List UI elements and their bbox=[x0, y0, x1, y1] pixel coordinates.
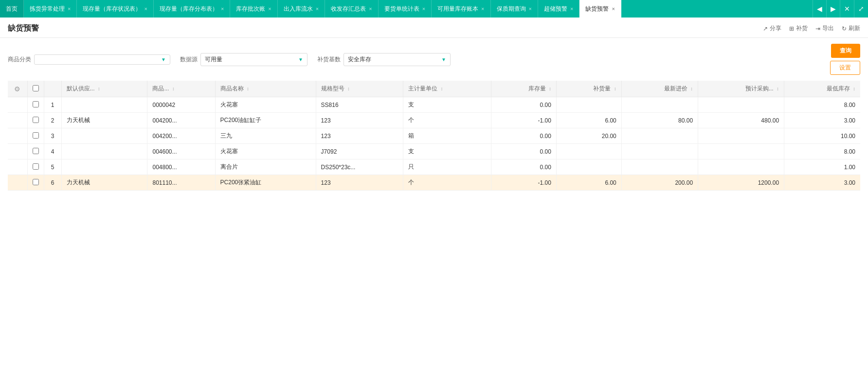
row-checkbox-cell bbox=[27, 97, 44, 113]
row-checkbox-cell bbox=[27, 144, 44, 159]
datasource-label: 数据源 bbox=[180, 55, 198, 64]
col-header-latest-price[interactable]: 最新进价 ↕ bbox=[621, 81, 698, 97]
row-latest-price: 200.00 bbox=[621, 175, 698, 191]
row-latest-price bbox=[621, 159, 698, 175]
row-est-purchase bbox=[698, 144, 784, 159]
row-checkbox[interactable] bbox=[33, 101, 39, 107]
row-unit: 个 bbox=[403, 113, 491, 128]
row-latest-price: 80.00 bbox=[621, 113, 698, 128]
share-button[interactable]: ↗ 分享 bbox=[763, 24, 781, 33]
row-code: 004800... bbox=[147, 159, 215, 175]
tab-close-stock-status[interactable]: × bbox=[144, 6, 147, 12]
select-all-checkbox[interactable] bbox=[33, 85, 39, 91]
tab-order-stats[interactable]: 要货单统计表 × bbox=[379, 0, 432, 18]
row-gear-cell bbox=[8, 159, 27, 175]
tab-stock-status[interactable]: 现存量（库存状况表） × bbox=[77, 0, 153, 18]
tab-next-button[interactable]: ▶ bbox=[826, 0, 840, 18]
gear-icon[interactable]: ⚙ bbox=[14, 85, 20, 93]
base-select[interactable]: 安全库存 ▼ bbox=[344, 53, 451, 66]
row-spec: 123 bbox=[316, 128, 403, 144]
row-code: 0000042 bbox=[147, 97, 215, 113]
tab-flow[interactable]: 出入库流水 × bbox=[278, 0, 325, 18]
tab-overstock[interactable]: 超储预警 × bbox=[538, 0, 579, 18]
row-checkbox-cell bbox=[27, 175, 44, 191]
row-checkbox[interactable] bbox=[33, 179, 39, 185]
row-checkbox[interactable] bbox=[33, 163, 39, 170]
share-icon: ↗ bbox=[763, 25, 768, 32]
tab-close-available[interactable]: × bbox=[481, 6, 484, 12]
row-name: 三九 bbox=[215, 128, 316, 144]
col-header-name[interactable]: 商品名称 ↕ bbox=[215, 81, 316, 97]
table-header-row: ⚙ 默认供应... ↕ 商品... ↕ 商品名称 bbox=[8, 81, 860, 97]
row-est-purchase bbox=[698, 128, 784, 144]
table-container: ⚙ 默认供应... ↕ 商品... ↕ 商品名称 bbox=[0, 81, 868, 191]
col-header-replenish[interactable]: 补货量 ↕ bbox=[556, 81, 621, 97]
row-checkbox-cell bbox=[27, 159, 44, 175]
tab-close-overstock[interactable]: × bbox=[570, 6, 573, 12]
tab-shortage[interactable]: 缺货预警 × bbox=[579, 0, 621, 18]
row-gear-cell bbox=[8, 113, 27, 128]
query-button[interactable]: 查询 bbox=[831, 44, 860, 58]
row-est-purchase: 480.00 bbox=[698, 113, 784, 128]
base-filter-group: 补货基数 安全库存 ▼ bbox=[317, 53, 451, 66]
row-name: 火花塞 bbox=[215, 97, 316, 113]
refresh-button[interactable]: ↻ 刷新 bbox=[842, 24, 860, 33]
row-replenish: 6.00 bbox=[556, 113, 621, 128]
row-spec: DS250*23c... bbox=[316, 159, 403, 175]
tab-available[interactable]: 可用量库存账本 × bbox=[432, 0, 490, 18]
row-checkbox[interactable] bbox=[33, 132, 39, 139]
row-latest-price bbox=[621, 128, 698, 144]
export-button[interactable]: ⇥ 导出 bbox=[815, 24, 834, 33]
row-index: 4 bbox=[44, 144, 61, 159]
tab-stock-dist[interactable]: 现存量（库存分布表） × bbox=[154, 0, 230, 18]
settings-button[interactable]: 设置 bbox=[830, 61, 860, 75]
tab-close-batch[interactable]: × bbox=[268, 6, 271, 12]
tab-close-summary[interactable]: × bbox=[369, 6, 372, 12]
col-header-supplier[interactable]: 默认供应... ↕ bbox=[61, 81, 147, 97]
tab-close-stock-dist[interactable]: × bbox=[221, 6, 224, 12]
col-header-min-stock[interactable]: 最低库存 ↕ bbox=[784, 81, 860, 97]
row-spec: J7092 bbox=[316, 144, 403, 159]
filter-bar: 商品分类 ▼ 数据源 可用量 ▼ 补货基数 安全库存 ▼ 查询 设置 bbox=[0, 38, 868, 81]
row-index: 3 bbox=[44, 128, 61, 144]
base-chevron-icon: ▼ bbox=[441, 57, 446, 62]
tab-home[interactable]: 首页 bbox=[0, 0, 24, 18]
col-header-unit[interactable]: 主计量单位 ↕ bbox=[403, 81, 491, 97]
tab-expiry[interactable]: 保质期查询 × bbox=[491, 0, 538, 18]
row-index: 5 bbox=[44, 159, 61, 175]
col-header-code[interactable]: 商品... ↕ bbox=[147, 81, 215, 97]
col-header-spec[interactable]: 规格型号 ↕ bbox=[316, 81, 403, 97]
row-checkbox[interactable] bbox=[33, 148, 39, 154]
table-row: 3 004200... 三九 123 箱 0.00 20.00 10.00 bbox=[8, 128, 860, 144]
row-checkbox[interactable] bbox=[33, 117, 39, 123]
base-label: 补货基数 bbox=[317, 55, 341, 64]
tab-fullscreen-button[interactable]: ⤢ bbox=[854, 0, 868, 18]
tab-picking[interactable]: 拣货异常处理 × bbox=[24, 0, 77, 18]
tab-batch[interactable]: 库存批次账 × bbox=[230, 0, 277, 18]
tab-close-flow[interactable]: × bbox=[316, 6, 319, 12]
tab-close-all-button[interactable]: ✕ bbox=[840, 0, 854, 18]
page-title: 缺货预警 bbox=[8, 23, 39, 34]
tab-close-picking[interactable]: × bbox=[68, 6, 71, 12]
row-unit: 箱 bbox=[403, 128, 491, 144]
tab-summary[interactable]: 收发存汇总表 × bbox=[325, 0, 378, 18]
min-stock-sort-icon: ↕ bbox=[853, 86, 855, 91]
col-header-stock[interactable]: 库存量 ↕ bbox=[491, 81, 557, 97]
category-select[interactable]: ▼ bbox=[34, 54, 170, 65]
tab-close-shortage[interactable]: × bbox=[612, 6, 615, 12]
row-min-stock: 10.00 bbox=[784, 128, 860, 144]
tab-prev-button[interactable]: ◀ bbox=[813, 0, 826, 18]
col-header-est-purchase[interactable]: 预计采购... ↕ bbox=[698, 81, 784, 97]
tab-close-expiry[interactable]: × bbox=[529, 6, 532, 12]
row-stock: 0.00 bbox=[491, 97, 557, 113]
row-supplier: 力天机械 bbox=[61, 175, 147, 191]
table-body: 1 0000042 火花塞 SS816 支 0.00 8.00 2 力天机械 0… bbox=[8, 97, 860, 191]
replenish-button[interactable]: ⊞ 补货 bbox=[789, 24, 808, 33]
tab-bar: 首页 拣货异常处理 × 现存量（库存状况表） × 现存量（库存分布表） × 库存… bbox=[0, 0, 868, 18]
row-min-stock: 1.00 bbox=[784, 159, 860, 175]
row-replenish: 20.00 bbox=[556, 128, 621, 144]
row-code: 004600... bbox=[147, 144, 215, 159]
datasource-select[interactable]: 可用量 ▼ bbox=[200, 53, 307, 66]
tab-close-order-stats[interactable]: × bbox=[422, 6, 425, 12]
datasource-filter-group: 数据源 可用量 ▼ bbox=[180, 53, 307, 66]
